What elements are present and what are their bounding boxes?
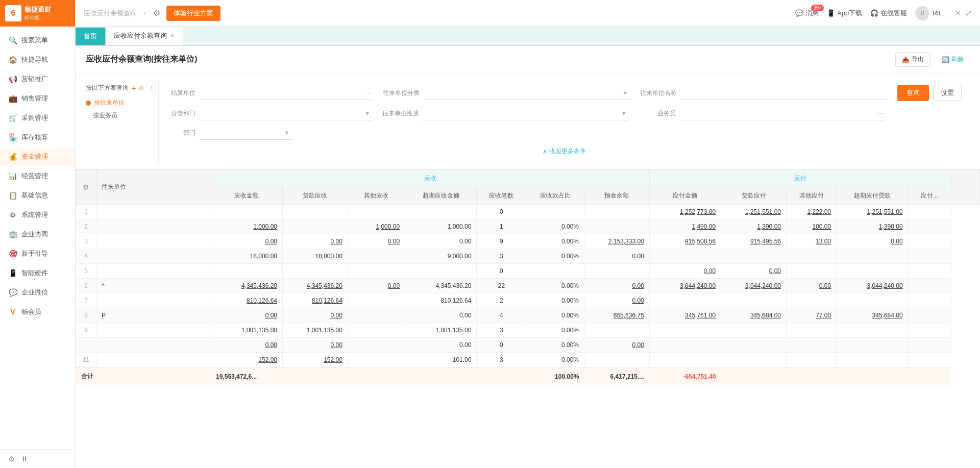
- table-cell[interactable]: [348, 249, 405, 264]
- table-cell[interactable]: 810,126.64: [283, 293, 348, 308]
- sidebar-item-finance[interactable]: 💰 资金管理: [0, 147, 75, 166]
- table-cell[interactable]: 0.00: [584, 338, 649, 353]
- table-cell[interactable]: [786, 338, 836, 353]
- online-service-button[interactable]: 🎧 在线客服: [870, 9, 907, 18]
- table-cell[interactable]: 0.00: [837, 234, 908, 249]
- table-cell[interactable]: 1,390.00: [837, 219, 908, 234]
- table-cell[interactable]: [584, 219, 649, 234]
- table-cell[interactable]: [584, 264, 649, 279]
- sidebar-item-purchase[interactable]: 🛒 采购管理: [0, 108, 75, 128]
- table-cell[interactable]: [721, 293, 787, 308]
- sidebar-item-corp[interactable]: 🏢 企业协同: [0, 225, 75, 244]
- table-cell[interactable]: 0.00: [584, 249, 649, 264]
- sidebar-item-inventory[interactable]: 🏪 库存核算: [0, 128, 75, 147]
- table-cell[interactable]: [786, 249, 836, 264]
- table-cell[interactable]: 4,345,436.20: [283, 279, 348, 293]
- table-cell[interactable]: 18,000.00: [211, 249, 282, 264]
- table-cell[interactable]: 4,345,436.20: [211, 279, 282, 293]
- table-cell[interactable]: 0.00: [211, 338, 282, 353]
- table-cell[interactable]: [348, 323, 405, 338]
- scheme-by-staff[interactable]: 按业务员: [86, 109, 158, 122]
- table-cell[interactable]: 3,044,240.00: [649, 279, 721, 293]
- collapse-scheme-icon[interactable]: 《: [147, 84, 153, 92]
- table-cell[interactable]: 0.00: [211, 308, 282, 323]
- sidebar-item-system[interactable]: ⚙ 系统管理: [0, 205, 75, 225]
- table-cell[interactable]: 0.00: [721, 264, 787, 279]
- unit-nature-select[interactable]: ▼: [423, 106, 628, 120]
- tab-close-icon[interactable]: ✕: [170, 33, 175, 39]
- sidebar-item-quick-nav[interactable]: 🏠 快捷导航: [0, 50, 75, 69]
- table-cell[interactable]: [348, 338, 405, 353]
- try-solution-button[interactable]: 体验行业方案: [166, 6, 220, 21]
- table-cell[interactable]: [837, 249, 908, 264]
- table-cell[interactable]: 1,222.00: [786, 205, 836, 219]
- table-cell[interactable]: [649, 249, 721, 264]
- table-cell[interactable]: 152.00: [211, 353, 282, 368]
- table-cell[interactable]: 0.00: [348, 234, 405, 249]
- table-cell[interactable]: 0.00: [283, 338, 348, 353]
- table-cell[interactable]: [348, 308, 405, 323]
- settings-col-header[interactable]: ⚙: [76, 170, 96, 205]
- sidebar-item-marketing[interactable]: 📢 营销推广: [0, 69, 75, 89]
- settlement-unit-input[interactable]: ···: [200, 86, 373, 100]
- table-cell[interactable]: 1,490.00: [649, 219, 721, 234]
- table-cell[interactable]: [211, 264, 282, 279]
- message-button[interactable]: 💬 消息 99+: [795, 9, 819, 18]
- table-cell[interactable]: 18,000.00: [283, 249, 348, 264]
- department-select[interactable]: ▼: [200, 126, 291, 140]
- table-cell[interactable]: 152.00: [283, 353, 348, 368]
- table-cell[interactable]: [649, 323, 721, 338]
- add-scheme-icon[interactable]: +: [132, 84, 136, 92]
- refresh-button[interactable]: 🔄 刷新: [936, 53, 970, 66]
- sidebar-item-search-menu[interactable]: 🔍 搜索菜单: [0, 31, 75, 50]
- table-cell[interactable]: 1,251,551.00: [837, 205, 908, 219]
- settings-gear-icon[interactable]: ⚙: [153, 8, 160, 18]
- table-cell[interactable]: [837, 323, 908, 338]
- scheme-options-icon[interactable]: ⊙: [139, 85, 144, 92]
- sidebar-item-sales[interactable]: 💼 销售管理: [0, 89, 75, 108]
- table-cell[interactable]: [283, 264, 348, 279]
- table-cell[interactable]: 1,390.00: [721, 219, 787, 234]
- sidebar-item-member[interactable]: V 畅会员: [0, 302, 75, 322]
- table-cell[interactable]: [721, 353, 787, 368]
- table-cell[interactable]: 1,001,135.00: [283, 323, 348, 338]
- salesperson-input[interactable]: ···: [680, 106, 885, 120]
- table-cell[interactable]: 810,126.64: [211, 293, 282, 308]
- unit-category-select[interactable]: ▼: [424, 86, 630, 100]
- table-cell[interactable]: [211, 205, 282, 219]
- tab-home[interactable]: 首页: [76, 28, 106, 45]
- table-cell[interactable]: [721, 323, 787, 338]
- table-cell[interactable]: 3,044,240.00: [837, 279, 908, 293]
- table-cell[interactable]: [283, 219, 348, 234]
- table-cell[interactable]: [584, 323, 649, 338]
- query-button[interactable]: 查询: [897, 85, 929, 101]
- table-cell[interactable]: 13.00: [786, 234, 836, 249]
- table-cell[interactable]: 345,684.00: [837, 308, 908, 323]
- table-cell[interactable]: [584, 205, 649, 219]
- table-cell[interactable]: 1,000.00: [211, 219, 282, 234]
- table-cell[interactable]: [837, 338, 908, 353]
- table-cell[interactable]: 655,636.75: [584, 308, 649, 323]
- table-cell[interactable]: [786, 264, 836, 279]
- table-cell[interactable]: [348, 264, 405, 279]
- table-cell[interactable]: [348, 205, 405, 219]
- table-cell[interactable]: 0.00: [283, 308, 348, 323]
- table-cell[interactable]: 345,684.00: [721, 308, 787, 323]
- collapse-icon[interactable]: ⏸: [21, 455, 28, 463]
- table-cell[interactable]: [721, 338, 787, 353]
- sidebar-item-hardware[interactable]: 📱 智能硬件: [0, 263, 75, 283]
- table-cell[interactable]: [837, 293, 908, 308]
- sidebar-item-newbie[interactable]: 🎯 新手引导: [0, 244, 75, 263]
- close-tab-icon[interactable]: ✕: [954, 8, 961, 18]
- table-cell[interactable]: [283, 205, 348, 219]
- sidebar-item-operations[interactable]: 📊 经营管理: [0, 166, 75, 186]
- scheme-by-unit[interactable]: 按往来单位: [86, 96, 158, 109]
- table-cell[interactable]: 345,761.00: [649, 308, 721, 323]
- table-cell[interactable]: 915,508.56: [649, 234, 721, 249]
- table-cell[interactable]: 0.00: [584, 279, 649, 293]
- table-cell[interactable]: [786, 353, 836, 368]
- table-cell[interactable]: 0.00: [283, 234, 348, 249]
- table-cell[interactable]: [649, 293, 721, 308]
- tab-ar-ap-query[interactable]: 应收应付余额查询 ✕: [106, 27, 183, 45]
- table-cell[interactable]: [348, 353, 405, 368]
